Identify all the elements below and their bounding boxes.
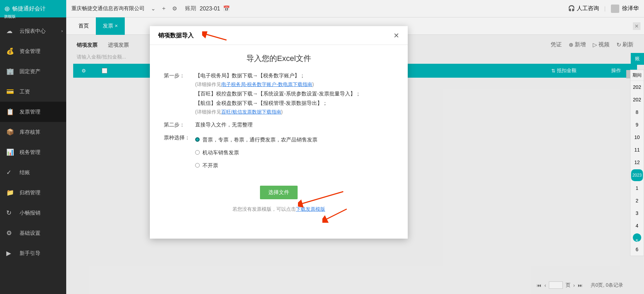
template-hint: 若您没有发票模版，可以点击下载发票模版	[164, 206, 394, 212]
tax-download-guide-link[interactable]: 电子税务局-税务数字账户-数电票下载指南	[221, 82, 312, 87]
ticket-type-option-none[interactable]: 不开票	[195, 161, 394, 170]
modal-header: 销项数据导入 ✕	[150, 26, 408, 45]
baiwang-guide-link[interactable]: 百旺/航信发票数据下载指南	[221, 109, 281, 115]
ticket-type-option-vehicle[interactable]: 机动车销售发票	[195, 148, 394, 157]
download-template-link[interactable]: 下载发票模版	[296, 206, 325, 212]
ticket-type-label: 票种选择：	[164, 133, 195, 173]
step1-line1: 【电子税务局】数据下载→【税务数字账户】；	[195, 71, 394, 80]
step1-line3: 【航信】金税盘数据下载→【报税管理-发票数据导出】；	[195, 98, 394, 108]
step2-label: 第二步：	[164, 120, 195, 129]
step1-label: 第一步：	[164, 71, 195, 116]
close-icon[interactable]: ✕	[393, 31, 399, 40]
modal-title: 销项数据导入	[158, 31, 194, 39]
import-modal: 销项数据导入 ✕ 导入您的Excel文件 第一步： 【电子税务局】数据下载→【税…	[150, 26, 408, 239]
step2-text: 直接导入文件，无需整理	[195, 120, 394, 129]
step1-line2: 【百旺】税控盘数据下载→【系统设置-系统参数设置-发票批量导入】；	[195, 89, 394, 98]
choose-file-button[interactable]: 选择文件	[260, 186, 298, 199]
ticket-type-option-general[interactable]: 普票，专票，卷票，通行费发票，农产品销售发票	[195, 135, 394, 144]
modal-heading: 导入您的Excel文件	[164, 53, 394, 64]
